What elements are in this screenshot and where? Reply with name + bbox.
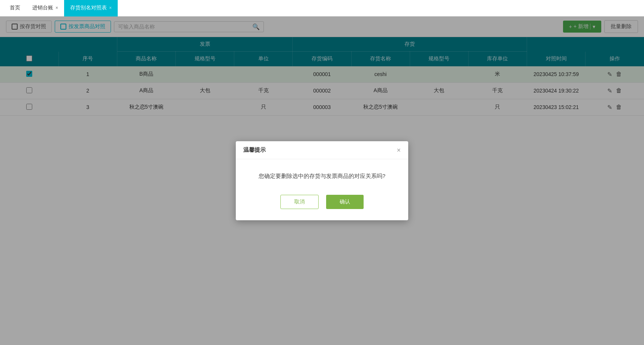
dialog: 温馨提示 × 您确定要删除选中的存货与发票商品的对应关系吗? 取消 确认: [236, 141, 408, 220]
top-nav: 首页 进销台账 × 存货别名对照表 ×: [0, 0, 644, 16]
main-content: 按存货对照 按发票商品对照 🔍 + + 新增 ▾ 批量删除 发票 存货: [0, 16, 644, 345]
dialog-footer: 取消 确认: [236, 191, 408, 220]
tab-mapping[interactable]: 存货别名对照表 ×: [64, 0, 118, 16]
tab-ledger-label: 进销台账: [32, 4, 53, 11]
dialog-confirm-button[interactable]: 确认: [326, 195, 364, 209]
tab-home-label: 首页: [10, 4, 20, 11]
dialog-overlay: 温馨提示 × 您确定要删除选中的存货与发票商品的对应关系吗? 取消 确认: [0, 16, 644, 345]
dialog-close-button[interactable]: ×: [397, 147, 401, 154]
tab-ledger-close[interactable]: ×: [55, 5, 58, 10]
tab-ledger[interactable]: 进销台账 ×: [26, 0, 64, 16]
dialog-title: 温馨提示: [243, 146, 266, 154]
dialog-message: 您确定要删除选中的存货与发票商品的对应关系吗?: [259, 173, 385, 179]
tab-mapping-label: 存货别名对照表: [70, 4, 107, 11]
dialog-body: 您确定要删除选中的存货与发票商品的对应关系吗?: [236, 159, 408, 191]
dialog-header: 温馨提示 ×: [236, 141, 408, 159]
tab-mapping-close[interactable]: ×: [109, 5, 112, 10]
tab-home[interactable]: 首页: [4, 0, 26, 16]
dialog-cancel-button[interactable]: 取消: [280, 195, 319, 209]
